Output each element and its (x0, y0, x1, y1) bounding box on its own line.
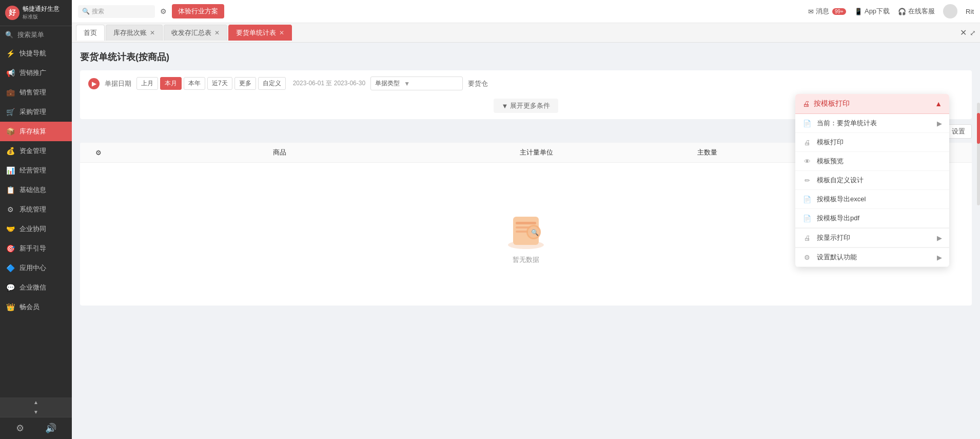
date-btn-1[interactable]: 本月 (160, 77, 182, 90)
sidebar-search[interactable]: 🔍 搜索菜单 (0, 26, 72, 44)
sidebar-item-collab[interactable]: 🤝 企业协同 (0, 219, 72, 239)
topbar-gear-icon[interactable]: ⚙ (160, 7, 167, 15)
online-service-label: 在线客服 (908, 7, 935, 16)
sidebar-item-newbie[interactable]: 🎯 新手引导 (0, 239, 72, 258)
sidebar-scroll-down[interactable]: ▼ (0, 407, 72, 417)
expand-more-label: 展开更多条件 (510, 101, 550, 110)
trial-btn[interactable]: 体验行业方案 (172, 4, 224, 18)
filter-expand-btn[interactable]: ▶ (88, 78, 100, 89)
doc-type-label: 单据类型 (375, 79, 400, 88)
main-area: 🔍 搜索 ⚙ 体验行业方案 ✉ 消息 99+ 📱 App下载 🎧 在线客服 Ri… (72, 0, 980, 439)
sidebar-item-apps[interactable]: 🔷 应用中心 (0, 258, 72, 278)
expand-more-btn[interactable]: ▼ 展开更多条件 (494, 99, 559, 113)
template-pdf-icon: 📄 (802, 215, 812, 222)
weixin-icon: 💬 (5, 283, 15, 292)
sidebar-item-marketing[interactable]: 📢 营销推广 (0, 63, 72, 83)
display-print-label: 按显示打印 (817, 233, 850, 242)
tab-order-stats[interactable]: 要货单统计表✕ (228, 25, 292, 41)
sidebar-nav: ⚡ 快捷导航 📢 营销推广 💼 销售管理 🛒 采购管理 📦 库存核算 💰 资金管… (0, 44, 72, 397)
svg-text:🔍: 🔍 (531, 228, 539, 236)
template-design-icon: ✏ (802, 177, 812, 184)
default-fn-arrow: ▶ (937, 254, 942, 261)
sidebar-item-base[interactable]: 📋 基础信息 (0, 180, 72, 200)
print-dropdown: 🖨 按模板打印 ▲ 📄 当前：要货单统计表 ▶ 🖨 模板打印 👁 模板预览 ✏ (795, 94, 949, 267)
weixin-label: 企业微信 (19, 283, 46, 292)
current-template-item[interactable]: 📄 当前：要货单统计表 ▶ (795, 114, 949, 133)
default-fn-content: ⚙ 设置默认功能 (802, 253, 857, 262)
apps-icon: 🔷 (5, 264, 15, 272)
inventory-label: 库存核算 (19, 127, 46, 136)
template-preview-label: 模板预览 (817, 157, 844, 166)
sidebar-item-member[interactable]: 👑 畅会员 (0, 297, 72, 317)
dropdown-chevron-up[interactable]: ▲ (935, 100, 942, 108)
dropdown-item-template-preview[interactable]: 👁 模板预览 (795, 152, 949, 171)
th-product: 商品 (109, 148, 450, 157)
topbar: 🔍 搜索 ⚙ 体验行业方案 ✉ 消息 99+ 📱 App下载 🎧 在线客服 Ri… (72, 0, 980, 23)
sidebar-item-operations[interactable]: 📊 经营管理 (0, 161, 72, 180)
app-name: 畅捷通好生意 (23, 5, 60, 13)
date-btn-2[interactable]: 本年 (184, 77, 205, 90)
settings-icon[interactable]: ⚙ (16, 423, 24, 434)
sidebar: 好 畅捷通好生意 标准版 🔍 搜索菜单 ⚡ 快捷导航 📢 营销推广 💼 销售管理… (0, 0, 72, 439)
expand-window-btn[interactable]: ⤢ (970, 29, 976, 37)
sidebar-item-sales[interactable]: 💼 销售管理 (0, 83, 72, 102)
app-download-label: App下载 (865, 7, 890, 16)
dropdown-item-template-pdf[interactable]: 📄 按模板导出pdf (795, 209, 949, 228)
purchase-label: 采购管理 (19, 107, 46, 117)
apps-label: 应用中心 (19, 263, 46, 273)
current-template-arrow: ▶ (937, 120, 942, 127)
right-scrollbar[interactable] (977, 103, 980, 205)
topbar-search[interactable]: 🔍 搜索 (78, 5, 155, 18)
base-icon: 📋 (5, 186, 15, 194)
tab-inventory-batch[interactable]: 库存批次账✕ (106, 25, 163, 41)
sidebar-scroll-up[interactable]: ▲ (0, 397, 72, 407)
template-excel-icon: 📄 (802, 196, 812, 203)
date-btn-3[interactable]: 近7天 (207, 77, 232, 90)
tab-home[interactable]: 首页 (76, 25, 105, 41)
search-icon: 🔍 (5, 31, 13, 39)
message-label: 消息 (816, 7, 829, 16)
tab-receipt-summary[interactable]: 收发存汇总表✕ (164, 25, 227, 41)
date-btn-5[interactable]: 自定义 (258, 77, 286, 90)
sidebar-item-finance[interactable]: 💰 资金管理 (0, 141, 72, 161)
sidebar-item-purchase[interactable]: 🛒 采购管理 (0, 102, 72, 122)
message-badge: 99+ (832, 8, 846, 15)
tab-close-order-stats[interactable]: ✕ (279, 29, 284, 36)
system-label: 系统管理 (19, 205, 46, 214)
sales-icon: 💼 (5, 88, 15, 97)
sidebar-item-quick-nav[interactable]: ⚡ 快捷导航 (0, 44, 72, 63)
newbie-icon: 🎯 (5, 244, 15, 253)
close-window-btn[interactable]: ✕ (960, 28, 967, 37)
date-btn-0[interactable]: 上月 (136, 77, 158, 90)
user-avatar[interactable] (943, 4, 957, 18)
operations-label: 经营管理 (19, 166, 46, 175)
dropdown-item-template-design[interactable]: ✏ 模板自定义设计 (795, 171, 949, 190)
online-service-action[interactable]: 🎧 在线客服 (898, 7, 935, 16)
display-print-content: 🖨 按显示打印 (802, 233, 850, 242)
sidebar-item-inventory[interactable]: 📦 库存核算 (0, 122, 72, 141)
logo-icon: 好 (5, 6, 19, 20)
tab-close-receipt-summary[interactable]: ✕ (214, 29, 220, 36)
audio-icon[interactable]: 🔊 (45, 423, 56, 434)
tab-close-inventory-batch[interactable]: ✕ (150, 29, 155, 36)
date-btn-4[interactable]: 更多 (234, 77, 256, 90)
doc-type-filter[interactable]: 单据类型 ▼ (370, 77, 463, 90)
topbar-search-placeholder: 搜索 (92, 7, 104, 16)
message-icon: ✉ (808, 8, 814, 15)
finance-icon: 💰 (5, 147, 15, 155)
empty-illustration: 🔍 (500, 204, 552, 255)
headset-icon: 🎧 (898, 8, 906, 15)
tab-label-order-stats: 要货单统计表 (236, 28, 276, 37)
sidebar-item-system[interactable]: ⚙ 系统管理 (0, 200, 72, 219)
dropdown-item-display-print[interactable]: 🖨 按显示打印 ▶ (795, 228, 949, 247)
sidebar-logo: 好 畅捷通好生意 标准版 (0, 0, 72, 26)
dropdown-item-template-excel[interactable]: 📄 按模板导出excel (795, 190, 949, 209)
sidebar-item-weixin[interactable]: 💬 企业微信 (0, 278, 72, 297)
dropdown-item-default-fn[interactable]: ⚙ 设置默认功能 ▶ (795, 247, 949, 267)
app-download-action[interactable]: 📱 App下载 (854, 7, 890, 16)
page-title: 要货单统计表(按商品) (80, 51, 972, 63)
template-print-label: 模板打印 (817, 138, 844, 147)
message-action[interactable]: ✉ 消息 99+ (808, 7, 846, 16)
dropdown-item-template-print[interactable]: 🖨 模板打印 (795, 133, 949, 152)
tab-label-receipt-summary: 收发存汇总表 (171, 28, 211, 37)
